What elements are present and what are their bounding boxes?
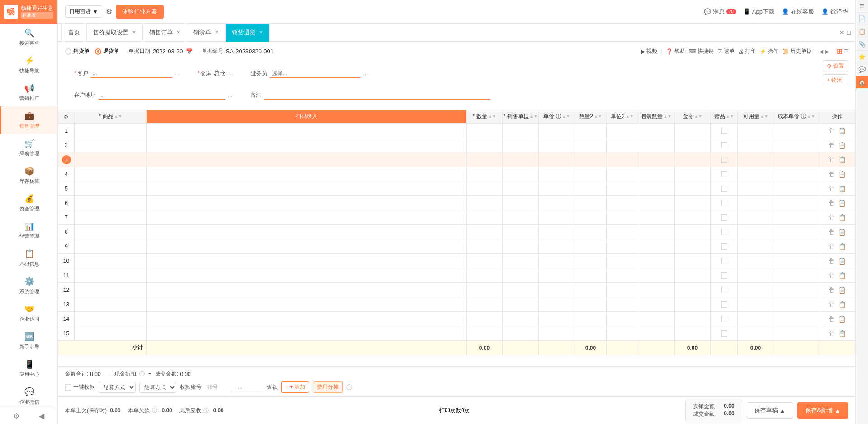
ops-btn[interactable]: ⚡ 操作 — [760, 48, 778, 55]
address-dots[interactable]: ... — [228, 92, 232, 99]
sidebar-item-system[interactable]: ⚙️ 系统管理 — [0, 272, 57, 300]
th-settings[interactable]: ⚙ — [58, 110, 75, 124]
gift-checkbox[interactable] — [721, 316, 727, 322]
copy-row-btn[interactable]: 📋 — [838, 315, 846, 323]
save-draft-button[interactable]: 保存草稿 ▲ — [747, 402, 793, 419]
copy-row-btn[interactable]: 📋 — [838, 214, 846, 221]
delete-row-btn[interactable]: 🗑 — [828, 171, 835, 178]
copy-row-btn[interactable]: 📋 — [838, 142, 846, 149]
sidebar-item-operations[interactable]: 📊 经营管理 — [0, 217, 57, 244]
copy-row-btn[interactable]: 📋 — [838, 330, 846, 337]
add-row-btn[interactable]: + — [62, 155, 71, 164]
delete-row-btn[interactable]: 🗑 — [828, 301, 835, 308]
product-cell[interactable] — [75, 124, 147, 138]
delete-row-btn[interactable]: 🗑 — [828, 286, 835, 294]
right-panel-btn-7[interactable]: 🏠 — [856, 76, 868, 89]
product-cell[interactable] — [75, 196, 147, 210]
table-view-btn[interactable]: ⊞ — [836, 47, 842, 56]
copy-row-btn[interactable]: 📋 — [838, 286, 846, 294]
user-avatar[interactable]: 👤 徐泽华 — [821, 8, 848, 16]
right-panel-btn-3[interactable]: 📋 — [856, 25, 868, 38]
sidebar-item-enterprise[interactable]: 🤝 企业协同 — [0, 300, 57, 327]
gift-checkbox[interactable] — [721, 258, 727, 264]
payment-checkbox[interactable] — [65, 384, 71, 391]
amount-dots[interactable]: ... — [236, 383, 263, 391]
tab-close-icon[interactable]: ✕ — [132, 29, 136, 35]
copy-row-btn[interactable]: 📋 — [838, 200, 846, 207]
delete-row-btn[interactable]: 🗑 — [828, 185, 835, 192]
gift-checkbox[interactable] — [721, 287, 727, 293]
gift-checkbox[interactable] — [721, 301, 727, 308]
product-cell[interactable] — [75, 326, 147, 341]
sidebar-item-appstore[interactable]: 📱 应用中心 — [0, 355, 57, 382]
copy-row-btn[interactable]: 📋 — [838, 257, 846, 265]
split-help-icon[interactable]: ⓘ — [346, 383, 352, 391]
product-cell[interactable] — [75, 239, 147, 254]
product-cell[interactable] — [75, 181, 147, 196]
right-panel-btn-4[interactable]: 📎 — [856, 38, 868, 51]
gift-checkbox[interactable] — [721, 229, 727, 235]
calendar-icon[interactable]: 📅 — [186, 48, 193, 55]
one-click-payment-cb[interactable]: 一键收款 — [65, 383, 95, 391]
add-payment-btn[interactable]: + + 添加 — [281, 381, 309, 393]
delete-row-btn[interactable]: 🗑 — [828, 272, 835, 279]
radio-sales[interactable]: 销货单 — [65, 48, 90, 55]
right-panel-btn-1[interactable]: ☰ — [856, 0, 868, 13]
app-download-btn[interactable]: 📱 App下载 — [743, 8, 774, 16]
help-btn[interactable]: ❓ 帮助 — [666, 48, 685, 55]
gift-checkbox[interactable] — [721, 128, 727, 134]
delete-row-btn[interactable]: 🗑 — [828, 214, 835, 221]
add-logistics-btn[interactable]: + 物流 — [823, 74, 848, 86]
tab-sale-order[interactable]: 销售订单 ✕ — [143, 24, 187, 42]
expand-window-btn[interactable]: ⊞ — [846, 29, 852, 36]
account-input[interactable]: 账号 — [205, 382, 232, 392]
list-view-btn[interactable]: ≡ — [844, 47, 848, 56]
radio-return[interactable]: 退货单 — [95, 48, 119, 55]
copy-row-btn[interactable]: 📋 — [838, 185, 846, 192]
product-cell[interactable] — [75, 210, 147, 225]
tab-home[interactable]: 首页 — [61, 24, 87, 42]
sidebar-collapse-btn[interactable]: ◀ — [39, 412, 44, 420]
product-input[interactable] — [76, 156, 145, 163]
prev-record-btn[interactable]: ◀ — [819, 48, 823, 55]
delete-row-btn[interactable]: 🗑 — [828, 156, 835, 163]
gift-checkbox[interactable] — [721, 186, 727, 192]
tab-sale-goods[interactable]: 销货单 ✕ — [187, 24, 226, 42]
delete-row-btn[interactable]: 🗑 — [828, 142, 835, 149]
product-cell[interactable] — [75, 283, 147, 297]
product-cell[interactable] — [75, 268, 147, 283]
sidebar-item-sales[interactable]: 💼 销售管理 — [0, 106, 57, 134]
tab-sale-price[interactable]: 售价提取设置 ✕ — [87, 24, 143, 42]
online-service-btn[interactable]: 👤 在线客服 — [782, 8, 814, 16]
product-cell[interactable] — [75, 138, 147, 152]
delete-row-btn[interactable]: 🗑 — [828, 330, 835, 337]
gift-checkbox[interactable] — [721, 200, 727, 206]
gift-checkbox[interactable] — [721, 272, 727, 279]
discount-help-icon[interactable]: ⓘ — [139, 370, 145, 378]
gift-checkbox[interactable] — [721, 142, 727, 148]
copy-row-btn[interactable]: 📋 — [838, 243, 846, 250]
sidebar-item-basic[interactable]: 📋 基础信息 — [0, 244, 57, 272]
tab-sale-return[interactable]: 销货退货 ✕ — [226, 24, 270, 42]
warehouse-dots[interactable]: ... — [228, 70, 233, 76]
sidebar-settings-btn[interactable]: ⚙ — [13, 412, 19, 420]
sidebar-item-marketing[interactable]: 📢 营销推广 — [0, 79, 57, 106]
right-panel-btn-6[interactable]: 💬 — [856, 63, 868, 76]
gift-checkbox[interactable] — [721, 243, 727, 250]
calc-method-select[interactable]: 结算方式 — [139, 382, 176, 393]
print-btn[interactable]: 🖨 打印 — [738, 48, 756, 55]
video-btn[interactable]: ▶ 视频 — [641, 48, 657, 55]
right-panel-btn-2[interactable]: 📄 — [856, 13, 868, 25]
delete-row-btn[interactable]: 🗑 — [828, 257, 835, 265]
message-btn[interactable]: 💬 消息 70 — [704, 8, 736, 16]
history-btn[interactable]: 📜 历史单据 — [782, 48, 812, 55]
product-cell[interactable] — [75, 297, 147, 312]
sidebar-item-finance[interactable]: 💰 资金管理 — [0, 189, 57, 217]
salesperson-input[interactable] — [270, 69, 360, 78]
product-cell-active[interactable] — [75, 152, 147, 167]
trial-button[interactable]: 体验行业方案 — [116, 5, 164, 19]
column-settings-btn[interactable]: ⚙ 设置 — [823, 60, 848, 72]
copy-row-btn[interactable]: 📋 — [838, 156, 846, 163]
save-new-button[interactable]: 保存&新增 ▲ — [797, 402, 848, 419]
sidebar-item-guide[interactable]: 🆕 新手引导 — [0, 327, 57, 355]
